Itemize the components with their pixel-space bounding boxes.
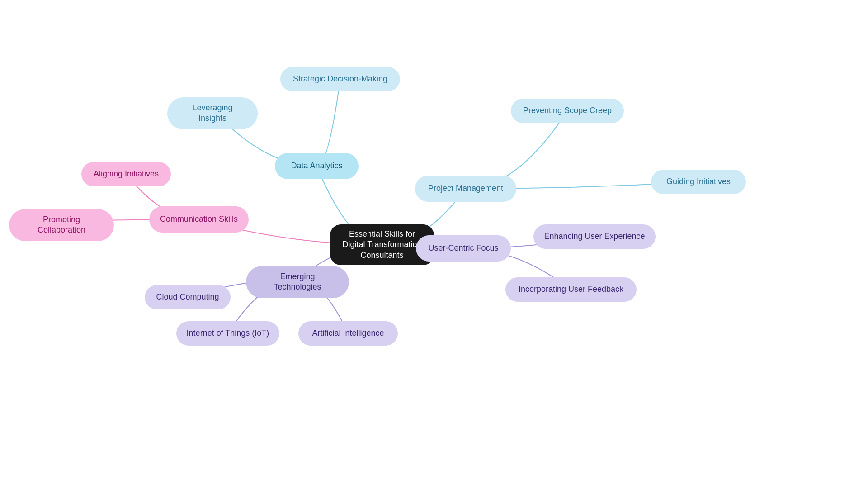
node-incorporating-feedback: Incorporating User Feedback [505, 277, 637, 302]
node-iot: Internet of Things (IoT) [176, 321, 279, 346]
node-communication-skills: Communication Skills [149, 206, 249, 233]
node-data-analytics: Data Analytics [275, 153, 359, 179]
node-promoting-collaboration: Promoting Collaboration [9, 209, 114, 241]
node-guiding-initiatives: Guiding Initiatives [651, 170, 746, 194]
node-emerging-technologies: Emerging Technologies [246, 266, 349, 298]
node-aligning-initiatives: Aligning Initiatives [81, 162, 171, 186]
node-strategic-decision: Strategic Decision-Making [280, 67, 400, 91]
node-cloud-computing: Cloud Computing [145, 285, 231, 309]
node-enhancing-ux: Enhancing User Experience [533, 224, 656, 249]
node-project-management: Project Management [415, 176, 516, 202]
node-preventing-scope-creep: Preventing Scope Creep [511, 99, 624, 123]
node-ai: Artificial Intelligence [298, 321, 398, 346]
node-leveraging-insights: Leveraging Insights [167, 97, 258, 129]
node-user-centric-focus: User-Centric Focus [416, 235, 511, 262]
